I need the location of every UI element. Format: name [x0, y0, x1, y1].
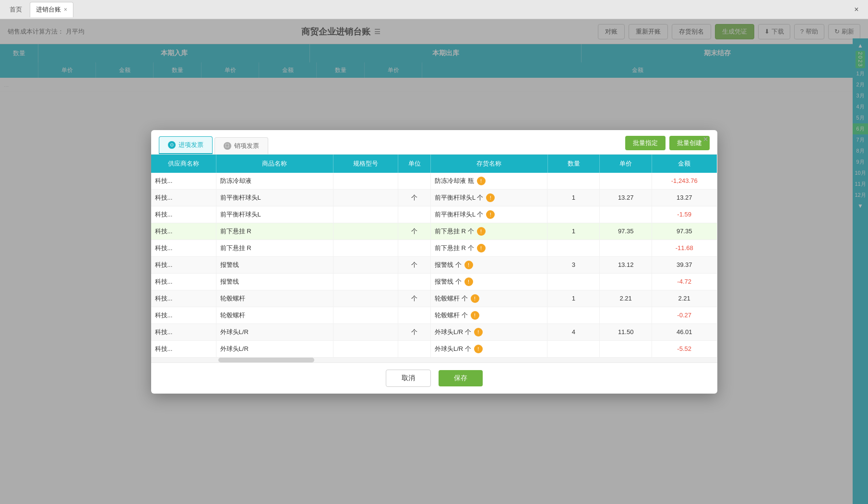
warning-icon: ! — [471, 311, 479, 320]
modal-table-container: 供应商名称 商品名称 规格型号 单位 存货名称 数量 单价 金额 — [151, 155, 717, 362]
cell-spec — [333, 189, 398, 206]
tab-home[interactable]: 首页 — [4, 2, 28, 17]
cell-qty: 4 — [547, 324, 599, 340]
tab-incoming-invoice[interactable]: ⊙ 进项发票 — [159, 136, 213, 154]
cell-unit: 个 — [398, 290, 431, 307]
cell-inventory: 报警线 个! — [431, 257, 548, 273]
cell-product: 轮毂螺杆 — [216, 290, 333, 307]
tab-close-icon[interactable]: × — [64, 6, 67, 13]
table-row: 科技...轮毂螺杆个轮毂螺杆 个!12.212.21 — [151, 290, 717, 307]
cell-product: 前下悬挂 R — [216, 240, 333, 256]
cell-amount: -1,243.76 — [652, 173, 717, 190]
cell-unit — [398, 206, 431, 223]
save-button[interactable]: 保存 — [439, 370, 483, 386]
cell-inventory: 外球头L/R 个! — [431, 324, 548, 340]
cell-amount: -1.59 — [652, 206, 717, 223]
cell-supplier: 科技... — [151, 223, 216, 240]
cell-product: 前平衡杆球头L — [216, 189, 333, 206]
incoming-invoice-icon: ⊙ — [168, 141, 176, 149]
cell-amount: -11.68 — [652, 240, 717, 256]
cell-supplier: 科技... — [151, 307, 216, 324]
outgoing-invoice-icon: ☐ — [224, 142, 231, 150]
col-price: 单价 — [600, 155, 652, 173]
table-row: 科技...轮毂螺杆轮毂螺杆 个!-0.27 — [151, 307, 717, 324]
cell-spec — [333, 256, 398, 273]
table-row: 科技...报警线个报警线 个!313.1239.37 — [151, 256, 717, 273]
cell-qty — [547, 240, 599, 256]
modal-footer: 取消 保存 — [151, 362, 717, 394]
modal-dialog: ⊙ 进项发票 ☐ 销项发票 批量指定 批量创建 × — [151, 130, 717, 394]
cell-unit: 个 — [398, 256, 431, 273]
app-close-button[interactable]: × — [849, 2, 864, 17]
warning-icon: ! — [477, 244, 486, 252]
cell-spec — [333, 206, 398, 223]
cell-product: 前平衡杆球头L — [216, 206, 333, 223]
table-row: 科技...外球头L/R外球头L/R 个!-5.52 — [151, 340, 717, 357]
cell-amount: -5.52 — [652, 340, 717, 357]
cell-product: 报警线 — [216, 256, 333, 273]
cell-qty: 1 — [547, 223, 599, 240]
cell-unit: 个 — [398, 324, 431, 340]
modal-close-button[interactable]: × — [700, 134, 712, 145]
tab-ledger[interactable]: 进销台账 × — [30, 2, 73, 17]
cell-spec — [333, 273, 398, 290]
cell-amount: 97.35 — [652, 223, 717, 240]
table-head: 供应商名称 商品名称 规格型号 单位 存货名称 数量 单价 金额 — [151, 155, 717, 173]
cell-supplier: 科技... — [151, 290, 216, 307]
cell-amount: 39.37 — [652, 256, 717, 273]
cell-product: 外球头L/R — [216, 340, 333, 357]
cell-inventory: 报警线 个! — [431, 274, 548, 290]
cell-price: 13.27 — [600, 189, 652, 206]
main-area: 销售成本计算方法： 月平均 商贸企业进销台账 ☰ 对账 重新开账 存货别名 生成… — [0, 19, 868, 504]
cell-product: 防冻冷却液 — [216, 173, 333, 190]
cell-product: 外球头L/R — [216, 324, 333, 340]
cell-price — [600, 173, 652, 190]
cell-supplier: 科技... — [151, 340, 216, 357]
warning-icon: ! — [464, 261, 473, 269]
table-row: 科技...前平衡杆球头L前平衡杆球头L 个!-1.59 — [151, 206, 717, 223]
warning-icon: ! — [486, 210, 495, 219]
warning-icon: ! — [477, 227, 486, 236]
cell-spec — [333, 290, 398, 307]
cell-qty: 1 — [547, 189, 599, 206]
table-row: 科技...报警线报警线 个!-4.72 — [151, 273, 717, 290]
scrollbar-thumb — [218, 358, 314, 362]
modal-action-buttons: 批量指定 批量创建 — [625, 136, 710, 154]
cell-product: 前下悬挂 R — [216, 223, 333, 240]
cell-product: 轮毂螺杆 — [216, 307, 333, 324]
cell-supplier: 科技... — [151, 173, 216, 190]
cell-unit — [398, 173, 431, 190]
tab-bar: 首页 进销台账 × × — [0, 0, 868, 19]
cell-qty: 1 — [547, 290, 599, 307]
cell-unit: 个 — [398, 189, 431, 206]
tab-outgoing-invoice[interactable]: ☐ 销项发票 — [214, 137, 268, 154]
modal-table-scroll[interactable]: 供应商名称 商品名称 规格型号 单位 存货名称 数量 单价 金额 — [151, 155, 717, 358]
cell-spec — [333, 240, 398, 256]
cell-supplier: 科技... — [151, 273, 216, 290]
cell-spec — [333, 340, 398, 357]
cell-unit: 个 — [398, 223, 431, 240]
table-row: 科技...前平衡杆球头L个前平衡杆球头L 个!113.2713.27 — [151, 189, 717, 206]
cell-qty — [547, 340, 599, 357]
cell-qty — [547, 273, 599, 290]
cell-unit — [398, 340, 431, 357]
cell-price — [600, 206, 652, 223]
batch-assign-button[interactable]: 批量指定 — [625, 136, 666, 150]
warning-icon: ! — [477, 177, 486, 185]
modal-overlay: ⊙ 进项发票 ☐ 销项发票 批量指定 批量创建 × — [0, 19, 868, 504]
cell-qty: 3 — [547, 256, 599, 273]
table-row: 科技...前下悬挂 R前下悬挂 R 个!-11.68 — [151, 240, 717, 256]
cell-qty — [547, 206, 599, 223]
horizontal-scrollbar[interactable] — [151, 358, 717, 362]
cell-price: 11.50 — [600, 324, 652, 340]
cell-spec — [333, 223, 398, 240]
cell-product: 报警线 — [216, 273, 333, 290]
cancel-button[interactable]: 取消 — [386, 370, 431, 387]
cell-inventory: 外球头L/R 个! — [431, 341, 548, 357]
cell-inventory: 轮毂螺杆 个! — [431, 307, 548, 324]
cell-price — [600, 273, 652, 290]
cell-supplier: 科技... — [151, 256, 216, 273]
cell-supplier: 科技... — [151, 324, 216, 340]
cell-amount: 2.21 — [652, 290, 717, 307]
table-body: 科技...防冻冷却液防冻冷却液 瓶!-1,243.76科技...前平衡杆球头L个… — [151, 173, 717, 358]
